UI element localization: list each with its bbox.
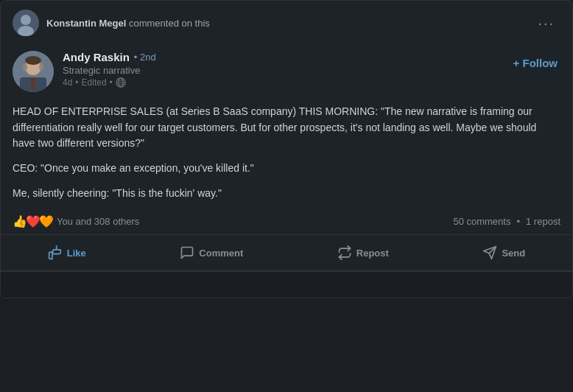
commenter-bar: Konstantin Megel commented on this ··· xyxy=(1,1,572,42)
comment-icon xyxy=(180,245,194,260)
heart-emoji: ❤️ xyxy=(26,214,41,228)
like-emoji: 👍 xyxy=(13,214,27,228)
author-section: Andy Raskin • 2nd Strategic narrative 4d… xyxy=(1,42,572,98)
emoji-icons: 👍 ❤️ 🧡 xyxy=(13,214,52,228)
author-name[interactable]: Andy Raskin xyxy=(63,51,130,63)
svg-point-8 xyxy=(23,63,27,71)
repost-label: Repost xyxy=(356,248,389,259)
action-bar: Like Comment Repost Send xyxy=(1,235,572,271)
author-degree: • 2nd xyxy=(134,52,156,63)
author-meta: 4d • Edited • xyxy=(63,77,502,88)
send-label: Send xyxy=(502,248,525,259)
repost-icon xyxy=(337,245,352,260)
repost-count[interactable]: 1 repost xyxy=(526,216,560,227)
author-avatar[interactable] xyxy=(13,51,54,92)
reactions-left: 👍 ❤️ 🧡 You and 308 others xyxy=(13,214,139,228)
reactions-bar: 👍 ❤️ 🧡 You and 308 others 50 comments • … xyxy=(1,210,572,235)
svg-point-1 xyxy=(21,15,31,25)
comment-label: Comment xyxy=(199,248,243,259)
comment-button[interactable]: Comment xyxy=(165,238,258,267)
author-title: Strategic narrative xyxy=(63,65,502,76)
bottom-strip xyxy=(1,271,572,298)
globe-icon xyxy=(116,77,126,88)
like-icon xyxy=(48,245,63,260)
post-time: 4d xyxy=(63,77,72,88)
commenter-name: Konstantin Megel xyxy=(46,18,126,29)
author-name-row: Andy Raskin • 2nd xyxy=(63,51,502,63)
author-info: Andy Raskin • 2nd Strategic narrative 4d… xyxy=(63,51,502,88)
follow-button[interactable]: + Follow xyxy=(510,51,560,75)
comments-count[interactable]: 50 comments xyxy=(453,216,510,227)
separator: • xyxy=(516,216,520,227)
reactions-right: 50 comments • 1 repost xyxy=(453,216,560,227)
repost-button[interactable]: Repost xyxy=(323,238,404,267)
like-label: Like xyxy=(67,248,86,259)
reaction-count-text[interactable]: You and 308 others xyxy=(57,216,139,227)
commenter-info: Konstantin Megel commented on this xyxy=(46,18,524,29)
post-content: HEAD OF ENTERPRISE SALES (at Series B Sa… xyxy=(1,98,572,210)
edited-label: Edited xyxy=(82,77,107,88)
svg-point-9 xyxy=(39,63,43,71)
svg-rect-5 xyxy=(31,77,35,89)
post-paragraph-3: Me, silently cheering: "This is the fuck… xyxy=(13,186,560,202)
send-icon xyxy=(482,245,497,260)
celebrate-emoji: 🧡 xyxy=(39,214,54,228)
post-paragraph-2: CEO: "Once you make an exception, you've… xyxy=(13,161,560,177)
commented-text: commented on this xyxy=(129,18,210,29)
send-button[interactable]: Send xyxy=(468,238,540,267)
like-button[interactable]: Like xyxy=(33,238,101,267)
more-options-button[interactable]: ··· xyxy=(532,12,560,35)
commenter-avatar xyxy=(13,10,39,36)
svg-point-7 xyxy=(25,56,41,65)
post-paragraph-1: HEAD OF ENTERPRISE SALES (at Series B Sa… xyxy=(13,104,560,152)
